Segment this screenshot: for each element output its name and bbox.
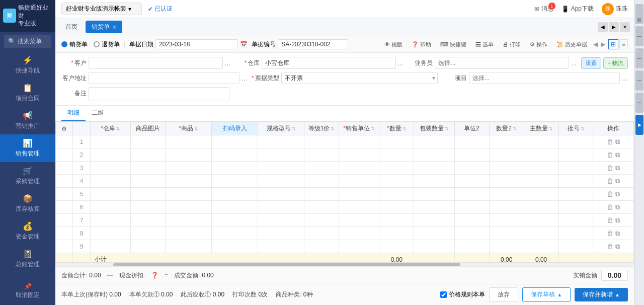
row-main-qty-cell[interactable] [524, 162, 558, 175]
project-more-icon[interactable]: ... [622, 74, 628, 82]
sidebar-item-invoice[interactable]: 🧾 发票管理 [0, 273, 55, 277]
row-copy-icon[interactable]: ⧉ [615, 151, 620, 159]
row-main-qty-cell[interactable] [524, 175, 558, 188]
tab-next-button[interactable]: ▶ [609, 22, 619, 32]
row-scan-cell[interactable] [212, 188, 258, 201]
row-main-qty-cell[interactable] [524, 148, 558, 162]
row-pack-cell[interactable] [414, 148, 454, 162]
row-goods-cell[interactable] [166, 135, 212, 148]
th-warehouse[interactable]: *仓库⇅ [90, 122, 130, 135]
sales-order-radio[interactable]: 销货单 [61, 40, 88, 49]
row-scan-cell[interactable] [212, 240, 258, 253]
row-goods-cell[interactable] [166, 240, 212, 253]
tab-home[interactable]: 首页 [59, 21, 84, 33]
rp-btn-4[interactable]: | [635, 70, 643, 91]
row-unit-cell[interactable] [339, 240, 379, 253]
row-spec-cell[interactable] [258, 148, 304, 162]
th-main-qty[interactable]: 主数量⇅ [524, 122, 558, 135]
warehouse-input[interactable] [262, 57, 396, 69]
row-qty-cell[interactable] [379, 148, 414, 162]
rp-btn-active[interactable]: ▶ [635, 115, 643, 135]
row-main-qty-cell[interactable] [524, 188, 558, 201]
tab-close-icon[interactable]: × [113, 24, 116, 31]
row-copy-icon[interactable]: ⧉ [615, 138, 620, 146]
address-more-icon[interactable]: ... [242, 74, 248, 82]
row-warehouse-cell[interactable] [90, 188, 130, 201]
sidebar-item-purchase[interactable]: 🛒 采购管理 [0, 162, 55, 190]
save-draft-button[interactable]: 保存草稿 ▲ [522, 287, 571, 302]
list-view-icon[interactable]: ≡ [619, 39, 628, 49]
row-grade-cell[interactable] [304, 227, 339, 240]
row-qty2-cell[interactable] [489, 188, 524, 201]
doc-no-input[interactable] [278, 39, 348, 49]
print-button[interactable]: 🖨 打印 [500, 40, 524, 49]
th-qty[interactable]: *数量⇅ [379, 122, 414, 135]
row-copy-icon[interactable]: ⧉ [615, 230, 620, 238]
row-delete-icon[interactable]: 🗑 [607, 203, 613, 211]
sidebar-item-funds[interactable]: 💰 资金管理 [0, 217, 55, 245]
salesperson-input[interactable] [435, 57, 569, 69]
row-unit-cell[interactable] [339, 162, 379, 175]
row-unit-cell[interactable] [339, 201, 379, 214]
message-button[interactable]: ✉ 1 消息 [534, 5, 553, 13]
tab-2d[interactable]: 二维 [86, 106, 110, 121]
row-copy-icon[interactable]: ⧉ [615, 243, 620, 251]
app-download-button[interactable]: 📱 App下载 [561, 5, 594, 13]
row-warehouse-cell[interactable] [90, 227, 130, 240]
row-goods-cell[interactable] [166, 227, 212, 240]
row-spec-cell[interactable] [258, 214, 304, 227]
row-grade-cell[interactable] [304, 214, 339, 227]
row-goods-cell[interactable] [166, 188, 212, 201]
row-pack-cell[interactable] [414, 240, 454, 253]
th-unit[interactable]: *销售单位⇅ [339, 122, 379, 135]
save-new-button[interactable]: 保存并新增 ▲ [575, 288, 628, 301]
row-grade-cell[interactable] [304, 135, 339, 148]
price-rule-check-input[interactable] [440, 291, 447, 298]
row-grade-cell[interactable] [304, 201, 339, 214]
sidebar-item-project-contract[interactable]: 📋 项目合同 [0, 79, 55, 107]
row-spec-cell[interactable] [258, 240, 304, 253]
row-pack-cell[interactable] [414, 227, 454, 240]
help-button[interactable]: ❓ 帮助 [409, 40, 434, 49]
row-goods-cell[interactable] [166, 214, 212, 227]
price-rule-checkbox[interactable]: 价格规则本单 [440, 290, 485, 299]
row-unit-cell[interactable] [339, 175, 379, 188]
row-pack-cell[interactable] [414, 162, 454, 175]
th-qty2[interactable]: 数量2⇅ [489, 122, 524, 135]
shortcut-button[interactable]: ⌨ 快捷键 [437, 40, 469, 49]
row-warehouse-cell[interactable] [90, 201, 130, 214]
row-spec-cell[interactable] [258, 188, 304, 201]
search-menu-button[interactable]: 🔍 搜索菜单 [4, 35, 51, 48]
row-goods-cell[interactable] [166, 175, 212, 188]
row-goods-cell[interactable] [166, 201, 212, 214]
row-batch-cell[interactable] [558, 240, 593, 253]
row-delete-icon[interactable]: 🗑 [607, 216, 613, 224]
user-avatar[interactable]: 珠 珠珠 [602, 3, 628, 15]
row-delete-icon[interactable]: 🗑 [607, 190, 613, 198]
row-grade-cell[interactable] [304, 148, 339, 162]
remark-input[interactable] [89, 87, 229, 101]
row-unit-cell[interactable] [339, 188, 379, 201]
row-batch-cell[interactable] [558, 188, 593, 201]
row-copy-icon[interactable]: ⧉ [615, 177, 620, 185]
rp-btn-2[interactable]: | [635, 26, 643, 46]
row-qty-cell[interactable] [379, 214, 414, 227]
row-batch-cell[interactable] [558, 175, 593, 188]
row-qty2-cell[interactable] [489, 148, 524, 162]
rp-btn-3[interactable]: | [635, 48, 643, 68]
row-delete-icon[interactable]: 🗑 [607, 151, 613, 159]
row-batch-cell[interactable] [558, 227, 593, 240]
row-scan-cell[interactable] [212, 201, 258, 214]
row-spec-cell[interactable] [258, 227, 304, 240]
row-goods-cell[interactable] [166, 162, 212, 175]
operation-button[interactable]: ⚙ 操作 [527, 40, 550, 49]
company-select[interactable]: 好业财专业版演示帐套 ▾ [61, 3, 142, 15]
invoice-select[interactable]: 不开票 ▾ [281, 72, 438, 84]
row-goods-cell[interactable] [166, 148, 212, 162]
address-input[interactable] [89, 72, 239, 84]
rp-btn-5[interactable]: | [635, 93, 643, 113]
row-main-qty-cell[interactable] [524, 135, 558, 148]
row-delete-icon[interactable]: 🗑 [607, 138, 613, 146]
row-grade-cell[interactable] [304, 188, 339, 201]
row-unit-cell[interactable] [339, 148, 379, 162]
